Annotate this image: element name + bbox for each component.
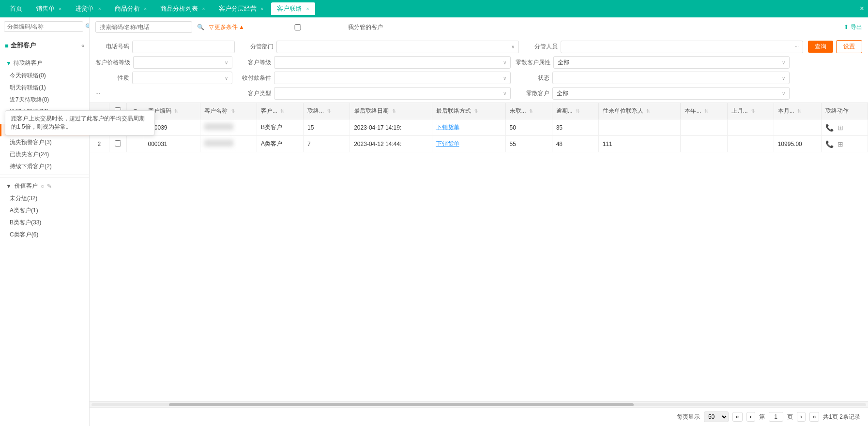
nav-item-customer-contact[interactable]: 客户联络 × [271, 2, 315, 15]
col-header-last-date[interactable]: 最后联络日期 ⇅ [350, 103, 432, 119]
query-button[interactable]: 查询 [808, 41, 833, 53]
cell-unit-person [598, 119, 681, 136]
customer-level-select[interactable]: ∨ [274, 56, 511, 69]
qr-icon[interactable]: ⊞ [838, 124, 843, 132]
close-icon[interactable]: × [59, 6, 61, 12]
close-all-tabs-button[interactable]: × [860, 4, 864, 13]
search-icon[interactable]: 🔍 [85, 23, 90, 30]
search-button[interactable]: 🔍 [197, 24, 204, 30]
next-page-button[interactable]: › [797, 412, 806, 422]
price-level-select[interactable]: ∨ [133, 56, 232, 69]
cell-last-method: 下销货单 [432, 136, 505, 152]
more-conditions-button[interactable]: ▽ 更多条件 ▲ [209, 23, 244, 31]
col-header-last-method[interactable]: 最后联络方式 ⇅ [432, 103, 505, 119]
nav-item-sales[interactable]: 销售单 × [30, 2, 67, 15]
col-header-last-month[interactable]: 上月... ⇅ [727, 103, 774, 119]
edit-icon[interactable]: ○ [41, 183, 44, 190]
first-page-button[interactable]: « [732, 412, 743, 422]
col-header-this-month[interactable]: 本月... ⇅ [774, 103, 822, 119]
table-header-row: ⚙ 客户编码 ⇅ 客户名称 ⇅ 客户... ⇅ 联络... ⇅ 最后联络日期 ⇅… [90, 103, 868, 119]
sidebar-search-input[interactable] [4, 21, 83, 32]
settings-icon[interactable]: ✎ [47, 183, 52, 190]
sidebar-item-7days[interactable]: 近7天待联络(0) [0, 94, 89, 106]
sidebar-item-tomorrow[interactable]: 明天待联络(1) [0, 82, 89, 94]
chevron-down-icon: ▼ [6, 60, 12, 67]
search-input[interactable] [95, 21, 192, 33]
filter-customer-type: 客户类型 ∨ [237, 87, 511, 100]
nav-item-purchase[interactable]: 进货单 × [69, 2, 107, 15]
last-method-link[interactable]: 下销货单 [436, 140, 459, 147]
retail-attr-select[interactable]: 全部 ∨ [553, 56, 790, 69]
close-icon[interactable]: × [202, 6, 205, 12]
export-button[interactable]: ⬆ 导出 [844, 23, 862, 31]
nav-item-analysis[interactable]: 商品分析 × [109, 2, 152, 15]
col-header-unit-person[interactable]: 往来单位联系人 ⇅ [598, 103, 681, 119]
all-customers-header[interactable]: ■ 全部客户 « [0, 38, 89, 53]
my-customers-checkbox-label[interactable]: 我分管的客户 [249, 23, 383, 31]
filter-dept: 分管部门 ∨ [240, 41, 519, 53]
status-select[interactable]: ∨ [552, 72, 790, 84]
pending-contact-group[interactable]: ▼ 待联络客户 [0, 57, 89, 70]
dept-select[interactable]: ∨ [276, 41, 519, 53]
cell-num: 2 [90, 136, 109, 152]
nav-item-customer-tier[interactable]: 客户分层经营 × [213, 2, 269, 15]
phone-input[interactable] [132, 41, 235, 53]
cell-action: 📞 ⊞ [822, 119, 868, 136]
sidebar-search-area: 🔍 [0, 17, 89, 36]
sidebar-item-ungrouped[interactable]: 未分组(32) [0, 192, 89, 205]
pagination-bar: 每页显示 50 100 200 « ‹ 第 1 页 › » 共1页 2条记录 [90, 407, 868, 426]
phone-icon[interactable]: 📞 [825, 124, 834, 132]
last-method-link[interactable]: 下销货单 [436, 124, 459, 131]
person-input[interactable]: ··· [561, 41, 803, 53]
prev-page-button[interactable]: ‹ [746, 412, 755, 422]
phone-icon[interactable]: 📞 [825, 140, 834, 148]
page-size-select[interactable]: 50 100 200 [704, 411, 729, 422]
cell-this-month: 10995.00 [774, 136, 822, 152]
col-header-action: 联络动作 [822, 103, 868, 119]
filter-status: 状态 ∨ [516, 72, 790, 84]
payment-select[interactable]: ∨ [274, 72, 511, 84]
blurred-name [204, 123, 233, 130]
nav-item-home[interactable]: 首页 [4, 2, 28, 15]
col-header-overdue[interactable]: 逾期... ⇅ [552, 103, 598, 119]
cell-code: 000031 [144, 136, 200, 152]
filter-more-icon: ··· [95, 90, 232, 97]
sidebar-item-b-class[interactable]: B类客户(33) [0, 217, 89, 229]
close-icon[interactable]: × [98, 6, 101, 12]
sidebar-item-declining[interactable]: 持续下滑客户(2) [0, 161, 89, 173]
search-filter-bar: 🔍 ▽ 更多条件 ▲ 我分管的客户 ⬆ 导出 [90, 17, 868, 37]
col-header-uncontacted[interactable]: 未联... ⇅ [505, 103, 552, 119]
col-header-name[interactable]: 客户名称 ⇅ [200, 103, 257, 119]
sidebar-item-churned[interactable]: 已流失客户(24) [0, 148, 89, 161]
table-row: 2 000031 A类客户 7 2023-04-12 14:44: 下销货单 5… [90, 136, 868, 152]
my-customers-checkbox[interactable] [249, 24, 346, 30]
close-icon[interactable]: × [144, 6, 147, 12]
collapse-sidebar-button[interactable]: « [81, 43, 84, 48]
col-header-type[interactable]: 客户... ⇅ [257, 103, 303, 119]
qr-icon[interactable]: ⊞ [838, 140, 843, 148]
customer-type-select[interactable]: ∨ [274, 87, 511, 100]
filter-buttons: 查询 设置 [808, 40, 862, 53]
settings-button[interactable]: 设置 [836, 40, 862, 53]
more-filters-icon[interactable]: ··· [95, 90, 100, 97]
col-header-year-amount[interactable]: 本年... ⇅ [681, 103, 727, 119]
row-checkbox[interactable] [115, 140, 121, 147]
cell-action: 📞 ⊞ [822, 136, 868, 152]
filter-rows: 电话号码 分管部门 ∨ 分管人员 ··· [90, 37, 868, 103]
sidebar-item-today[interactable]: 今天待联络(0) [0, 70, 89, 82]
cell-check[interactable] [109, 136, 126, 152]
col-header-contact[interactable]: 联络... ⇅ [304, 103, 350, 119]
sidebar-item-churn-warning[interactable]: 流失预警客户(3) [0, 136, 89, 148]
horizontal-scrollbar[interactable] [90, 401, 868, 407]
last-page-button[interactable]: » [809, 412, 820, 422]
retail-customer-select[interactable]: 全部 ∨ [552, 87, 790, 100]
sidebar-item-a-class[interactable]: A类客户(1) [0, 205, 89, 217]
close-icon[interactable]: × [306, 6, 309, 12]
gender-select[interactable]: ∨ [132, 72, 232, 84]
close-icon[interactable]: × [260, 6, 263, 12]
sidebar-item-c-class[interactable]: C类客户(6) [0, 229, 89, 241]
chevron-down-icon: ∨ [503, 60, 506, 65]
scroll-thumb[interactable] [169, 403, 634, 406]
nav-item-analysis-list[interactable]: 商品分析列表 × [154, 2, 211, 15]
chevron-down-icon: ∨ [782, 75, 785, 81]
